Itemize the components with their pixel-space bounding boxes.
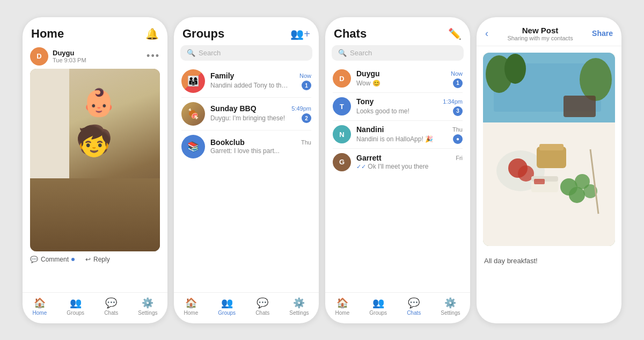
chat-bottom-nandini: Nandini is on HalloApp! 🎉 ●: [356, 134, 463, 144]
svg-rect-16: [539, 144, 564, 150]
chats-icon: 💬: [105, 297, 117, 309]
group-content-bbq: Sunday BBQ 5:49pm Duygu: I'm bringing th…: [210, 104, 311, 123]
hallway-floor: [30, 178, 160, 251]
chat-top-tony: Tony 1:34pm: [356, 97, 463, 106]
chat-name-tony: Tony: [356, 97, 374, 106]
settings-icon-g: ⚙️: [293, 297, 305, 309]
chat-name-garrett: Garrett: [356, 154, 382, 162]
svg-point-5: [580, 58, 612, 101]
groups-search-placeholder: Search: [199, 49, 221, 57]
group-bottom-row-family: Nandini added Tony to the group 1: [210, 81, 311, 90]
nav-chats-label-g: Chats: [255, 310, 269, 316]
group-item-family[interactable]: 👨‍👩‍👧 Family Now Nandini added Tony to t…: [174, 65, 319, 97]
nav-groups-c[interactable]: 👥 Groups: [369, 297, 387, 316]
compose-icon[interactable]: ✏️: [448, 27, 462, 40]
chat-item-nandini[interactable]: N Nandini Thu Nandini is on HalloApp! 🎉 …: [325, 121, 470, 148]
new-post-image: [483, 53, 615, 246]
group-item-bookclub[interactable]: 📚 Bookclub Thu Garrett: I love this part…: [174, 131, 319, 163]
back-button[interactable]: ‹: [485, 28, 488, 39]
home-title: Home: [31, 27, 64, 41]
chat-unread-duygu: 1: [453, 78, 463, 88]
nav-settings-c[interactable]: ⚙️ Settings: [441, 297, 460, 316]
chats-title: Chats: [334, 27, 367, 41]
nav-chats-c[interactable]: 💬 Chats: [407, 297, 421, 316]
groups-search-bar[interactable]: 🔍 Search: [180, 45, 312, 61]
bell-icon[interactable]: 🔔: [145, 27, 159, 40]
chat-content-garrett: Garrett Fri ✓✓ Ok I'll meet you there: [356, 154, 463, 170]
group-bottom-row-bookclub: Garrett: I love this part...: [210, 147, 311, 155]
groups-title: Groups: [182, 27, 224, 41]
svg-rect-20: [534, 179, 545, 184]
group-time-family: Now: [299, 73, 311, 79]
more-options-icon[interactable]: •••: [147, 50, 160, 62]
chat-top-nandini: Nandini Thu: [356, 125, 463, 134]
group-unread-family: 1: [302, 81, 311, 90]
group-top-row-bookclub: Bookclub Thu: [210, 138, 311, 147]
chat-item-duygu[interactable]: D Duygu Now Wow 😊 1: [325, 65, 470, 92]
comment-label: Comment: [41, 256, 69, 263]
settings-icon-c: ⚙️: [444, 297, 456, 309]
chat-preview-nandini: Nandini is on HalloApp! 🎉: [356, 135, 433, 143]
reply-button[interactable]: ↩ Reply: [85, 256, 110, 263]
user-meta: Duygu Tue 9:03 PM: [53, 49, 86, 63]
post-username: Duygu: [53, 49, 86, 57]
chats-icon-c: 💬: [408, 297, 420, 309]
nav-home-g[interactable]: 🏠 Home: [184, 297, 199, 316]
nav-chats-label: Chats: [104, 310, 118, 316]
group-top-row-bbq: Sunday BBQ 5:49pm: [210, 104, 311, 113]
nav-groups-g[interactable]: 👥 Groups: [218, 297, 236, 316]
comment-button[interactable]: 💬 Comment: [30, 256, 75, 263]
chats-search-placeholder: Search: [350, 49, 372, 57]
avatar[interactable]: D: [30, 47, 48, 66]
svg-point-4: [504, 54, 526, 84]
nav-home-label-g: Home: [184, 310, 199, 316]
home-screen: Home 🔔 D Duygu Tue 9:03 PM ••• 👶 🧒 💬 Com…: [23, 17, 167, 323]
reply-label: Reply: [93, 256, 110, 263]
chat-preview-tony: Looks good to me!: [356, 107, 409, 115]
nav-home[interactable]: 🏠 Home: [33, 297, 47, 316]
chat-avatar-tony: T: [333, 97, 351, 115]
post-time: Tue 9:03 PM: [53, 57, 86, 63]
groups-list: 👨‍👩‍👧 Family Now Nandini added Tony to t…: [174, 65, 319, 292]
chats-search-bar[interactable]: 🔍 Search: [332, 45, 464, 61]
post-image: 👶 🧒: [30, 69, 160, 251]
group-avatar-family: 👨‍👩‍👧: [181, 69, 205, 93]
post-actions: 💬 Comment ↩ Reply: [23, 251, 167, 267]
nav-settings-label-g: Settings: [289, 310, 309, 316]
nav-groups-label-c: Groups: [369, 310, 387, 316]
chat-item-tony[interactable]: T Tony 1:34pm Looks good to me! 3: [325, 93, 470, 120]
nav-settings-g[interactable]: ⚙️ Settings: [289, 297, 309, 316]
chat-name-duygu: Duygu: [356, 69, 380, 78]
nav-chats[interactable]: 💬 Chats: [104, 297, 118, 316]
add-group-icon[interactable]: 👥+: [290, 27, 310, 40]
chat-top-garrett: Garrett Fri: [356, 154, 463, 162]
svg-rect-6: [564, 96, 596, 117]
chats-screen: Chats ✏️ 🔍 Search D Duygu Now Wow 😊 1: [325, 17, 470, 323]
group-avatar-bookclub-img: 📚: [181, 135, 205, 158]
nav-home-c[interactable]: 🏠 Home: [335, 297, 350, 316]
nav-chats-g[interactable]: 💬 Chats: [255, 297, 269, 316]
chat-item-garrett[interactable]: G Garrett Fri ✓✓ Ok I'll meet you there: [325, 149, 470, 176]
new-post-title: New Post: [507, 26, 573, 35]
nav-settings-label-c: Settings: [441, 310, 460, 316]
group-name-bookclub: Bookclub: [210, 138, 245, 147]
avatar-initials: D: [30, 47, 48, 66]
search-icon-c: 🔍: [338, 49, 347, 57]
nav-groups-label: Groups: [67, 310, 84, 316]
post-user-row: D Duygu Tue 9:03 PM •••: [23, 44, 167, 69]
nav-groups[interactable]: 👥 Groups: [67, 297, 84, 316]
settings-icon: ⚙️: [142, 297, 153, 309]
group-avatar-bbq-img: 🍖: [181, 102, 205, 126]
new-post-screen: ‹ New Post Sharing with my contacts Shar…: [477, 17, 621, 323]
group-avatar-family-img: 👨‍👩‍👧: [181, 69, 205, 93]
chat-top-duygu: Duygu Now: [356, 69, 463, 78]
chats-icon-g: 💬: [257, 297, 268, 309]
chat-time-nandini: Thu: [452, 126, 463, 133]
chat-preview-duygu: Wow 😊: [356, 79, 380, 87]
group-top-row-family: Family Now: [210, 71, 311, 80]
new-post-caption: All day breakfast!: [477, 252, 621, 269]
checkmark-icon: ✓✓: [356, 163, 366, 170]
group-item-bbq[interactable]: 🍖 Sunday BBQ 5:49pm Duygu: I'm bringing …: [174, 98, 319, 130]
share-button[interactable]: Share: [592, 29, 613, 38]
nav-settings[interactable]: ⚙️ Settings: [138, 297, 157, 316]
